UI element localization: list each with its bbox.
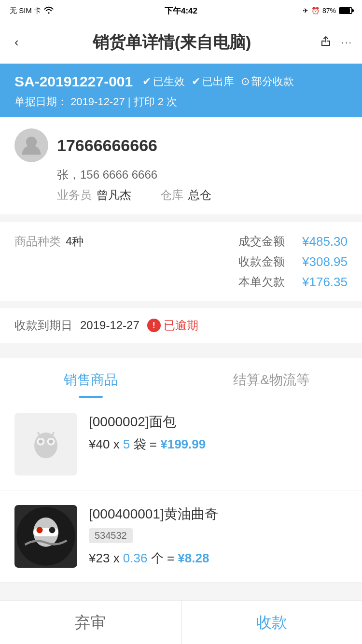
customer-section: 17666666666 张，156 6666 6666 业务员 曾凡杰 仓库 总… bbox=[0, 117, 362, 214]
product-unit-2: 个 bbox=[151, 551, 164, 565]
warehouse-value: 总仓 bbox=[188, 187, 211, 203]
tab-settlement[interactable]: 结算&物流等 bbox=[181, 358, 362, 398]
order-date: 2019-12-27 bbox=[70, 96, 125, 108]
more-button[interactable]: ··· bbox=[341, 37, 352, 48]
battery-percent: 87% bbox=[322, 7, 336, 14]
summary-row: 商品种类 4种 成交金额 ¥485.30 收款金额 ¥308.95 本单欠款 ¥… bbox=[14, 234, 348, 290]
status-bar-left: 无 SIM 卡 bbox=[10, 6, 54, 15]
status-bar-time: 下午4:42 bbox=[165, 5, 197, 16]
summary-section: 商品种类 4种 成交金额 ¥485.30 收款金额 ¥308.95 本单欠款 ¥… bbox=[0, 222, 362, 301]
svg-point-5 bbox=[49, 440, 53, 444]
date-label: 单据日期： bbox=[14, 96, 68, 108]
divider-2 bbox=[0, 343, 362, 350]
warehouse-item: 仓库 总仓 bbox=[160, 187, 211, 203]
debt-amount-row: 本单欠款 ¥176.35 bbox=[238, 274, 348, 290]
status-tags: ✔ 已生效 ✔ 已出库 ⊙ 部分收款 bbox=[142, 74, 294, 89]
status-bar: 无 SIM 卡 下午4:42 ✈ ⏰ 87% bbox=[0, 0, 362, 21]
deal-amount-row: 成交金额 ¥485.30 bbox=[238, 234, 348, 249]
svg-point-1 bbox=[34, 433, 57, 458]
debt-label: 本单欠款 bbox=[238, 274, 285, 290]
shipped-icon: ✔ bbox=[192, 75, 200, 88]
product-image-2 bbox=[14, 505, 77, 568]
deal-amount-label: 成交金额 bbox=[238, 234, 285, 249]
customer-name: 17666666666 bbox=[57, 136, 157, 155]
location-icon: ✈ bbox=[303, 7, 308, 14]
header-bottom-row: 单据日期： 2019-12-27 | 打印 2 次 bbox=[14, 95, 348, 109]
summary-left: 商品种类 4种 bbox=[14, 234, 84, 249]
bottom-bar: 弃审 收款 bbox=[0, 601, 362, 644]
partial-icon: ⊙ bbox=[241, 75, 250, 88]
cancel-review-button[interactable]: 弃审 bbox=[0, 601, 181, 644]
status-partial: ⊙ 部分收款 bbox=[241, 74, 294, 89]
product-info-2: [000400001]黄油曲奇 534532 ¥23 x 0.36 个 = ¥8… bbox=[89, 505, 348, 567]
salesman-item: 业务员 曾凡杰 bbox=[57, 187, 131, 203]
due-date-value: 2019-12-27 bbox=[80, 319, 139, 332]
products-section: [0000002]面包 ¥40 x 5 袋 = ¥199.99 bbox=[0, 398, 362, 583]
product-image-1 bbox=[14, 413, 77, 476]
summary-right: 成交金额 ¥485.30 收款金额 ¥308.95 本单欠款 ¥176.35 bbox=[238, 234, 348, 290]
blue-header: SA-20191227-001 ✔ 已生效 ✔ 已出库 ⊙ 部分收款 单据日期：… bbox=[0, 64, 362, 117]
product-qty-1: 5 bbox=[123, 437, 130, 451]
collect-payment-button[interactable]: 收款 bbox=[181, 601, 362, 644]
status-shipped: ✔ 已出库 bbox=[192, 74, 234, 89]
product-unit-1: 袋 bbox=[134, 437, 146, 451]
status-bar-right: ✈ ⏰ 87% bbox=[303, 7, 352, 14]
product-item: [000400001]黄油曲奇 534532 ¥23 x 0.36 个 = ¥8… bbox=[0, 490, 362, 583]
product-info-1: [0000002]面包 ¥40 x 5 袋 = ¥199.99 bbox=[89, 413, 348, 453]
product-price-2: ¥23 bbox=[89, 551, 110, 565]
received-amount-row: 收款金额 ¥308.95 bbox=[238, 254, 348, 269]
nav-right-actions: ··· bbox=[320, 35, 352, 50]
nav-bar: ‹ 销货单详情(来自电脑) ··· bbox=[0, 21, 362, 64]
product-price-1: ¥40 bbox=[89, 437, 110, 451]
overdue-icon: ! bbox=[147, 319, 161, 332]
product-qty-2: 0.36 bbox=[123, 551, 148, 565]
back-button[interactable]: ‹ bbox=[10, 30, 24, 55]
print-info: | 打印 2 次 bbox=[128, 96, 177, 108]
warehouse-label: 仓库 bbox=[160, 187, 183, 203]
svg-point-4 bbox=[39, 440, 42, 444]
debt-amount-value: ¥176.35 bbox=[294, 275, 348, 290]
product-price-row-1: ¥40 x 5 袋 = ¥199.99 bbox=[89, 436, 348, 453]
share-button[interactable] bbox=[320, 35, 332, 50]
wifi-icon bbox=[44, 6, 54, 15]
product-name-1: [0000002]面包 bbox=[89, 413, 348, 431]
divider-1 bbox=[0, 214, 362, 222]
salesman-value: 曾凡杰 bbox=[97, 187, 131, 203]
svg-point-9 bbox=[37, 527, 43, 533]
due-date-label: 收款到期日 bbox=[14, 318, 72, 333]
status-effective: ✔ 已生效 bbox=[142, 74, 185, 89]
customer-meta: 业务员 曾凡杰 仓库 总仓 bbox=[57, 187, 348, 203]
product-total-1: ¥199.99 bbox=[160, 437, 206, 451]
product-item: [0000002]面包 ¥40 x 5 袋 = ¥199.99 bbox=[0, 398, 362, 490]
customer-phone: 张，156 6666 6666 bbox=[57, 167, 348, 182]
page-title: 销货单详情(来自电脑) bbox=[24, 31, 320, 54]
svg-point-10 bbox=[49, 527, 56, 533]
header-top-row: SA-20191227-001 ✔ 已生效 ✔ 已出库 ⊙ 部分收款 bbox=[14, 73, 348, 90]
tabs-row: 销售商品 结算&物流等 bbox=[0, 358, 362, 398]
tabs-section: 销售商品 结算&物流等 bbox=[0, 358, 362, 398]
alarm-icon: ⏰ bbox=[311, 7, 320, 14]
due-date-section: 收款到期日 2019-12-27 ! 已逾期 bbox=[0, 308, 362, 343]
received-amount-label: 收款金额 bbox=[238, 254, 285, 269]
category-label: 商品种类 bbox=[14, 234, 61, 249]
product-price-row-2: ¥23 x 0.36 个 = ¥8.28 bbox=[89, 550, 348, 567]
effective-icon: ✔ bbox=[142, 75, 151, 88]
overdue-label: 已逾期 bbox=[164, 318, 198, 333]
tab-sales-products[interactable]: 销售商品 bbox=[0, 358, 181, 398]
deal-amount-value: ¥485.30 bbox=[294, 234, 348, 249]
customer-row: 17666666666 bbox=[14, 128, 348, 162]
salesman-label: 业务员 bbox=[57, 187, 92, 203]
category-count: 4种 bbox=[66, 234, 84, 249]
product-total-2: ¥8.28 bbox=[178, 551, 209, 565]
avatar bbox=[14, 128, 48, 162]
product-sku-2: 534532 bbox=[89, 528, 133, 543]
product-name-2: [000400001]黄油曲奇 bbox=[89, 505, 348, 523]
overdue-badge: ! 已逾期 bbox=[147, 318, 198, 333]
received-amount-value: ¥308.95 bbox=[294, 254, 348, 269]
battery-icon bbox=[339, 7, 352, 14]
carrier-text: 无 SIM 卡 bbox=[10, 6, 41, 15]
order-id: SA-20191227-001 bbox=[14, 73, 133, 90]
